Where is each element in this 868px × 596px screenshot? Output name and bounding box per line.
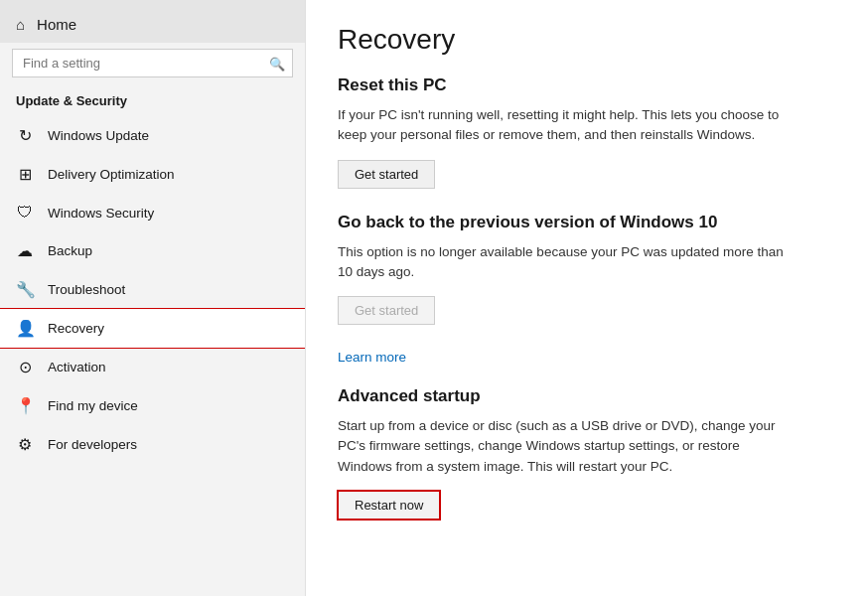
delivery-optimization-icon: ⊞ xyxy=(16,165,34,184)
sidebar: ⌂ Home 🔍 Update & Security ↻ Windows Upd… xyxy=(0,0,306,596)
sidebar-search-container: 🔍 xyxy=(12,49,293,77)
go-back-desc: This option is no longer available becau… xyxy=(338,242,795,283)
activation-label: Activation xyxy=(48,360,106,374)
sidebar-item-recovery[interactable]: 👤 Recovery xyxy=(0,309,305,348)
section-reset-pc: Reset this PC If your PC isn't running w… xyxy=(338,75,836,213)
sidebar-item-troubleshoot[interactable]: 🔧 Troubleshoot xyxy=(0,270,305,309)
backup-label: Backup xyxy=(48,243,92,258)
windows-update-icon: ↻ xyxy=(16,126,34,145)
sidebar-item-find-my-device[interactable]: 📍 Find my device xyxy=(0,386,305,425)
windows-security-icon: 🛡 xyxy=(16,204,34,222)
search-icon: 🔍 xyxy=(269,56,285,71)
home-label: Home xyxy=(37,16,76,33)
find-my-device-icon: 📍 xyxy=(16,396,34,415)
sidebar-item-for-developers[interactable]: ⚙ For developers xyxy=(0,425,305,464)
find-my-device-label: Find my device xyxy=(48,398,138,413)
sidebar-section-title: Update & Security xyxy=(0,87,305,116)
sidebar-item-windows-security[interactable]: 🛡 Windows Security xyxy=(0,194,305,231)
for-developers-icon: ⚙ xyxy=(16,435,34,454)
backup-icon: ☁ xyxy=(16,241,34,260)
advanced-startup-button[interactable]: Restart now xyxy=(338,491,440,520)
search-input[interactable] xyxy=(12,49,293,77)
main-content: Recovery Reset this PC If your PC isn't … xyxy=(306,0,868,596)
windows-security-label: Windows Security xyxy=(48,206,154,221)
advanced-startup-desc: Start up from a device or disc (such as … xyxy=(338,416,795,477)
sidebar-item-delivery-optimization[interactable]: ⊞ Delivery Optimization xyxy=(0,155,305,194)
windows-update-label: Windows Update xyxy=(48,128,149,143)
activation-icon: ⊙ xyxy=(16,358,34,376)
reset-pc-title: Reset this PC xyxy=(338,75,836,95)
section-advanced-startup: Advanced startup Start up from a device … xyxy=(338,386,836,543)
sidebar-home-button[interactable]: ⌂ Home xyxy=(0,0,305,43)
delivery-optimization-label: Delivery Optimization xyxy=(48,167,175,182)
reset-pc-button[interactable]: Get started xyxy=(338,160,435,189)
reset-pc-desc: If your PC isn't running well, resetting… xyxy=(338,105,795,146)
for-developers-label: For developers xyxy=(48,437,137,452)
troubleshoot-icon: 🔧 xyxy=(16,280,34,299)
troubleshoot-label: Troubleshoot xyxy=(48,282,125,297)
go-back-button: Get started xyxy=(338,296,435,325)
section-go-back: Go back to the previous version of Windo… xyxy=(338,213,836,387)
sidebar-item-backup[interactable]: ☁ Backup xyxy=(0,231,305,270)
advanced-startup-title: Advanced startup xyxy=(338,386,836,406)
sidebar-items-list: ↻ Windows Update ⊞ Delivery Optimization… xyxy=(0,116,305,464)
main-sections: Reset this PC If your PC isn't running w… xyxy=(338,75,836,543)
home-icon: ⌂ xyxy=(16,16,25,33)
go-back-title: Go back to the previous version of Windo… xyxy=(338,213,836,232)
page-title: Recovery xyxy=(338,24,836,56)
go-back-learn-more[interactable]: Learn more xyxy=(338,350,406,365)
recovery-icon: 👤 xyxy=(16,319,34,338)
sidebar-item-activation[interactable]: ⊙ Activation xyxy=(0,348,305,386)
recovery-label: Recovery xyxy=(48,321,104,336)
sidebar-item-windows-update[interactable]: ↻ Windows Update xyxy=(0,116,305,155)
